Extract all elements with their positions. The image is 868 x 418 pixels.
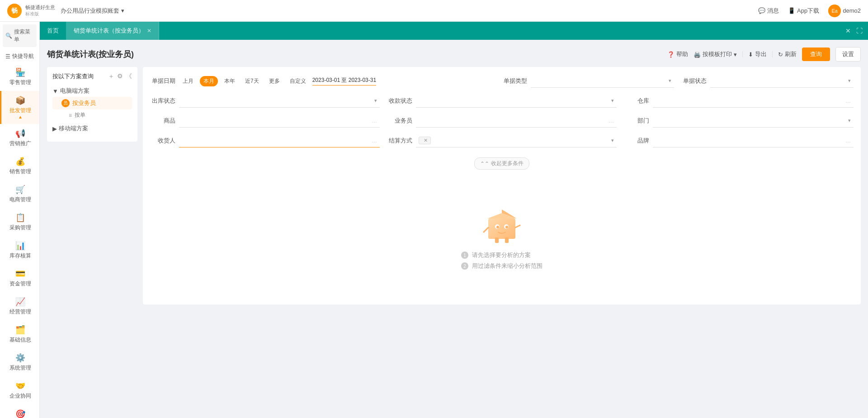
- sidebar: 🔍 搜索菜单 ☰ 快捷导航 🏪 零售管理 📦 批发管理 ▲ 📢 营销推广 💰 销…: [0, 22, 40, 418]
- item-label: 按业务员: [72, 99, 96, 107]
- collapse-filter-icon[interactable]: 《: [126, 72, 132, 81]
- print-button[interactable]: 🖨️ 按模板打印 ▾: [693, 50, 737, 58]
- sidebar-item-operation[interactable]: 📈 经营管理: [0, 292, 39, 320]
- sidebar-label: 电商管理: [9, 196, 31, 204]
- filter-group-mobile-header[interactable]: ▶ 移动端方案: [52, 123, 132, 134]
- tab-home[interactable]: 首页: [40, 22, 66, 40]
- filter-item-by-order[interactable]: ≡ 按单: [52, 109, 132, 121]
- export-button[interactable]: ⬇ 导出: [748, 50, 767, 58]
- form-row-4: 收货人 … 结算方式 ✕: [150, 134, 854, 147]
- company-selector[interactable]: 办公用品行业模拟账套 ▾: [61, 7, 124, 15]
- filter-group-pc: ▼ 电脑端方案 员 按业务员 ≡ 按单: [52, 85, 132, 121]
- out-status-select[interactable]: ▾: [179, 94, 380, 108]
- sidebar-item-purchase[interactable]: 📋 采购管理: [0, 208, 39, 236]
- enterprise-icon: 🤝: [15, 381, 25, 391]
- doc-status-select[interactable]: ▾: [710, 74, 854, 88]
- app-download-button[interactable]: 📱 App下载: [788, 7, 819, 15]
- help-icon: ❓: [667, 51, 675, 58]
- filter-group-mobile: ▶ 移动端方案: [52, 123, 132, 134]
- field-out-status: 出库状态 ▾: [150, 94, 380, 108]
- settings-button[interactable]: 设置: [835, 47, 861, 62]
- tab-close-window-icon[interactable]: ✕: [844, 25, 853, 36]
- receipt-status-select[interactable]: ▾: [416, 94, 617, 108]
- collapse-label: 收起更多条件: [491, 160, 524, 167]
- message-button[interactable]: 💬 消息: [758, 7, 779, 15]
- field-settlement: 结算方式 ✕ ▾: [387, 134, 617, 147]
- recipient-input[interactable]: …: [179, 134, 380, 147]
- inventory-icon: 📊: [15, 241, 25, 251]
- sidebar-item-marketing[interactable]: 📢 营销推广: [0, 124, 39, 152]
- query-button[interactable]: 查询: [802, 48, 830, 61]
- empty-tip-1: 1 请先选择要分析的方案: [461, 251, 542, 259]
- sidebar-label: 库存核算: [9, 252, 31, 260]
- refresh-button[interactable]: ↻ 刷新: [778, 50, 797, 58]
- sidebar-item-retail[interactable]: 🏪 零售管理: [0, 63, 39, 91]
- date-btn-7days[interactable]: 近7天: [241, 76, 263, 86]
- sidebar-item-basic[interactable]: 🗂️ 基础信息: [0, 320, 39, 348]
- date-btn-current-month[interactable]: 本月: [200, 76, 218, 86]
- field-brand: 品牌 …: [624, 134, 854, 147]
- tab-sales-stat[interactable]: 销货单统计表（按业务员） ✕: [66, 22, 159, 40]
- sidebar-item-enterprise[interactable]: 🤝 企业协同: [0, 376, 39, 404]
- date-btn-custom[interactable]: 自定义: [286, 76, 310, 86]
- tip-num-2: 2: [461, 262, 468, 270]
- add-scheme-button[interactable]: ＋: [108, 72, 114, 81]
- sidebar-item-sales[interactable]: 💰 销售管理: [0, 152, 39, 180]
- page-title-bar: 销货单统计表(按业务员) ❓ 帮助 🖨️ 按模板打印 ▾ ⬇ 导出: [47, 47, 861, 62]
- tab-close-icon[interactable]: ✕: [147, 28, 151, 34]
- sidebar-item-wholesale[interactable]: 📦 批发管理 ▲: [0, 91, 39, 124]
- form-row-1: 单据日期 上月 本月 本年 近7天 更多 自定义 2023-03-01 至 20…: [150, 74, 854, 88]
- department-select[interactable]: ▾: [653, 114, 854, 128]
- salesperson-input[interactable]: …: [416, 114, 617, 128]
- field-doc-type: 单据类型 ▾: [502, 74, 674, 88]
- more-icon: …: [845, 98, 851, 104]
- help-button[interactable]: ❓ 帮助: [667, 50, 688, 58]
- logo-title: 畅捷通好生意: [25, 4, 55, 10]
- sidebar-item-newbie[interactable]: 🎯 新手引导: [0, 404, 39, 418]
- goods-input[interactable]: …: [179, 114, 380, 128]
- warehouse-input[interactable]: …: [653, 94, 854, 108]
- tip-num-1: 1: [461, 252, 468, 259]
- form-panel: 单据日期 上月 本月 本年 近7天 更多 自定义 2023-03-01 至 20…: [143, 67, 861, 304]
- user-menu[interactable]: Ea demo2: [828, 5, 861, 17]
- sidebar-label: 零售管理: [9, 79, 31, 86]
- export-icon: ⬇: [748, 51, 753, 58]
- chevron-down-icon: ▾: [669, 78, 671, 84]
- purchase-icon: 📋: [15, 213, 25, 223]
- more-icon: …: [372, 118, 377, 124]
- form-row-2: 出库状态 ▾ 收款状态 ▾: [150, 94, 854, 108]
- settlement-select[interactable]: ✕ ▾: [416, 134, 617, 147]
- group-label: 移动端方案: [59, 124, 88, 133]
- close-icon[interactable]: ✕: [424, 138, 428, 143]
- out-status-label: 出库状态: [150, 97, 175, 105]
- collapse-button[interactable]: ⌃⌃ 收起更多条件: [474, 157, 529, 170]
- sidebar-item-finance[interactable]: 💳 资金管理: [0, 264, 39, 292]
- filter-panel-title: 按以下方案查询: [52, 72, 94, 81]
- brand-input[interactable]: …: [653, 134, 854, 147]
- top-header: 畅 畅捷通好生意 标准版 办公用品行业模拟账套 ▾ 💬 消息 📱 App下载 E…: [0, 0, 868, 22]
- sidebar-label: 营销推广: [9, 140, 31, 147]
- svg-rect-7: [495, 238, 499, 243]
- tab-fullscreen-icon[interactable]: ⛶: [854, 25, 864, 36]
- page-content: 销货单统计表(按业务员) ❓ 帮助 🖨️ 按模板打印 ▾ ⬇ 导出: [40, 40, 868, 418]
- sidebar-label: 企业协同: [9, 392, 31, 400]
- retail-icon: 🏪: [15, 67, 25, 77]
- search-menu-button[interactable]: 🔍 搜索菜单: [3, 24, 37, 47]
- quick-nav-button[interactable]: ☰ 快捷导航: [0, 50, 39, 63]
- filter-item-by-salesperson[interactable]: 员 按业务员: [52, 97, 132, 109]
- header-left: 畅 畅捷通好生意 标准版 办公用品行业模拟账套 ▾: [7, 4, 124, 18]
- filter-group-pc-header[interactable]: ▼ 电脑端方案: [52, 85, 132, 97]
- sidebar-item-inventory[interactable]: 📊 库存核算: [0, 236, 39, 264]
- download-icon: 📱: [788, 7, 795, 14]
- recipient-label: 收货人: [150, 137, 175, 145]
- brand-label: 品牌: [624, 137, 649, 145]
- date-btn-prev-month[interactable]: 上月: [179, 76, 197, 86]
- doc-type-select[interactable]: ▾: [531, 74, 674, 88]
- sidebar-item-ecommerce[interactable]: 🛒 电商管理: [0, 180, 39, 208]
- search-icon: 🔍: [5, 33, 12, 39]
- settings-scheme-icon[interactable]: ⚙: [117, 72, 123, 81]
- date-btn-more[interactable]: 更多: [265, 76, 283, 86]
- date-btn-current-year[interactable]: 本年: [221, 76, 239, 86]
- sidebar-item-system[interactable]: ⚙️ 系统管理: [0, 348, 39, 376]
- settlement-tag-clear[interactable]: ✕: [419, 137, 431, 144]
